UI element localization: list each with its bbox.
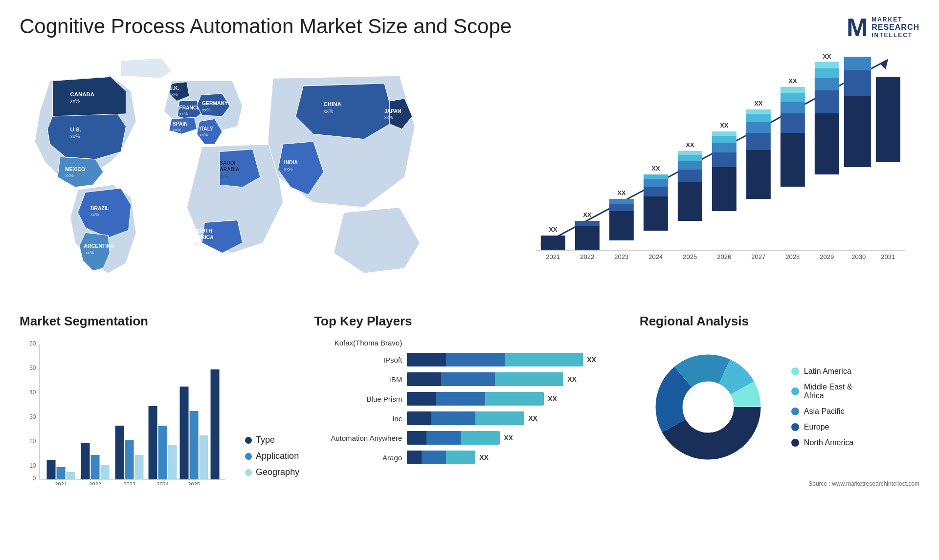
svg-text:2024: 2024 — [156, 481, 168, 485]
svg-text:2023: 2023 — [123, 481, 135, 485]
players-title: Top Key Players — [314, 314, 625, 329]
player-name-ibm: IBM — [314, 375, 402, 384]
svg-text:XX: XX — [720, 122, 729, 129]
svg-text:ARGENTINA: ARGENTINA — [84, 243, 114, 249]
svg-text:SOUTH: SOUTH — [194, 228, 212, 234]
reg-legend-northam: North America — [791, 438, 853, 447]
asia-label: Asia Pacific — [804, 407, 845, 416]
player-row-blueprism: Blue Prism XX — [314, 392, 625, 406]
svg-text:xx%: xx% — [384, 115, 393, 120]
logo-text-block: MARKET RESEARCH INTELLECT — [872, 16, 919, 39]
regional-section: Regional Analysis — [640, 314, 919, 487]
player-row-automation: Automation Anywhere XX — [314, 431, 625, 445]
geography-dot — [245, 469, 252, 476]
svg-rect-69 — [781, 93, 805, 102]
player-row-ipsoft: IPsoft XX — [314, 353, 625, 366]
player-bar-automation: XX — [407, 431, 625, 445]
player-name-blueprism: Blue Prism — [314, 395, 402, 403]
svg-text:U.K.: U.K. — [169, 86, 179, 91]
reg-legend-latin: Latin America — [791, 367, 853, 376]
reg-legend-mea: Middle East &Africa — [791, 383, 853, 400]
svg-text:2028: 2028 — [786, 253, 800, 260]
svg-text:GERMANY: GERMANY — [202, 101, 228, 106]
svg-rect-115 — [149, 406, 157, 479]
mea-label: Middle East &Africa — [804, 383, 852, 400]
svg-rect-119 — [180, 387, 189, 479]
svg-text:SPAIN: SPAIN — [173, 121, 188, 127]
header-row: Cognitive Process Automation Market Size… — [20, 15, 919, 40]
player-name-automation: Automation Anywhere — [314, 434, 402, 442]
svg-text:xx%: xx% — [324, 108, 334, 114]
bar-chart-container: XX XX XX XX — [495, 50, 919, 294]
svg-rect-45 — [644, 179, 668, 187]
map-container: U.S. xx% CANADA xx% MEXICO xx% BRAZIL xx… — [20, 50, 475, 294]
svg-text:2026: 2026 — [717, 253, 732, 260]
svg-rect-44 — [644, 187, 668, 196]
regional-title: Regional Analysis — [640, 314, 919, 329]
svg-rect-51 — [678, 155, 702, 161]
logo-line2: RESEARCH — [872, 23, 919, 32]
svg-text:30: 30 — [29, 413, 36, 420]
svg-rect-105 — [67, 472, 75, 479]
latin-label: Latin America — [804, 367, 851, 376]
svg-rect-46 — [644, 174, 668, 179]
svg-text:xx%: xx% — [70, 98, 80, 104]
svg-rect-103 — [47, 460, 56, 479]
svg-rect-72 — [815, 113, 839, 174]
player-val-ibm: XX — [567, 375, 577, 383]
svg-rect-62 — [746, 122, 771, 133]
svg-text:ARABIA: ARABIA — [220, 167, 240, 172]
donut-chart-wrap — [640, 339, 777, 475]
svg-text:40: 40 — [29, 389, 36, 396]
svg-text:xx%: xx% — [173, 128, 181, 132]
svg-text:XX: XX — [789, 77, 798, 85]
svg-text:2021: 2021 — [546, 253, 560, 260]
player-name-kofax: Kofax(Thoma Bravo) — [314, 339, 402, 347]
svg-rect-50 — [678, 161, 702, 170]
svg-text:AFRICA: AFRICA — [194, 235, 214, 240]
svg-rect-43 — [644, 196, 668, 231]
svg-rect-116 — [158, 426, 167, 479]
player-row-arago: Arago XX — [314, 451, 625, 464]
source-text: Source : www.marketresearchintellect.com — [640, 480, 919, 487]
svg-rect-109 — [101, 465, 110, 479]
logo-m-letter: M — [847, 15, 868, 40]
svg-text:0: 0 — [33, 475, 36, 482]
svg-rect-117 — [168, 445, 177, 479]
geography-label: Geography — [256, 467, 299, 477]
svg-text:50: 50 — [29, 365, 36, 371]
northam-dot — [791, 439, 799, 447]
svg-point-129 — [683, 382, 734, 432]
svg-rect-113 — [135, 455, 144, 479]
svg-rect-58 — [712, 131, 737, 136]
players-section: Top Key Players Kofax(Thoma Bravo) IPsof… — [314, 314, 625, 487]
player-val-arago: XX — [479, 453, 489, 461]
svg-rect-36 — [575, 226, 600, 250]
svg-text:SAUDI: SAUDI — [220, 160, 235, 166]
donut-area: Latin America Middle East &Africa Asia P… — [640, 339, 919, 475]
seg-chart-area: 60 50 40 30 20 10 0 202 — [20, 339, 299, 487]
svg-rect-54 — [712, 167, 737, 211]
svg-rect-64 — [746, 109, 771, 114]
asia-dot — [791, 408, 799, 415]
svg-rect-34 — [541, 236, 565, 250]
world-map-svg: U.S. xx% CANADA xx% MEXICO xx% BRAZIL xx… — [20, 50, 475, 294]
donut-svg — [640, 339, 777, 475]
svg-rect-108 — [91, 455, 100, 479]
svg-text:xx%: xx% — [90, 212, 99, 217]
svg-rect-104 — [57, 467, 66, 479]
svg-text:xx%: xx% — [220, 174, 228, 179]
application-dot — [245, 453, 252, 460]
legend-application: Application — [245, 451, 299, 461]
seg-bars-wrap: 60 50 40 30 20 10 0 202 — [20, 339, 230, 487]
logo: M MARKET RESEARCH INTELLECT — [847, 15, 919, 40]
svg-rect-67 — [781, 113, 805, 133]
svg-rect-74 — [815, 78, 839, 90]
northam-label: North America — [804, 438, 853, 447]
svg-text:2031: 2031 — [881, 253, 895, 260]
svg-text:XX: XX — [652, 165, 661, 172]
svg-text:2030: 2030 — [852, 253, 866, 260]
type-dot — [245, 437, 252, 444]
svg-text:60: 60 — [29, 340, 36, 347]
svg-rect-80 — [844, 57, 871, 70]
